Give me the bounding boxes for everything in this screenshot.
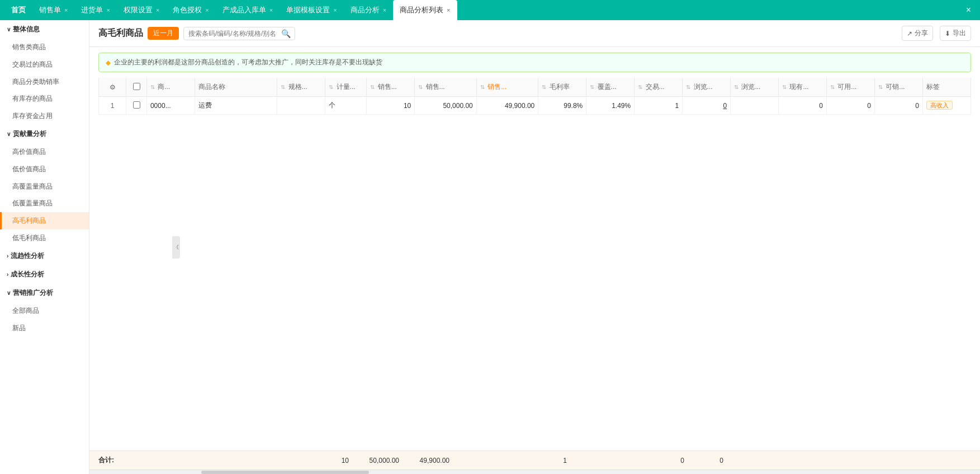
arrow-contribution: ∨ — [7, 131, 11, 137]
nav-close-analysis-list[interactable]: × — [447, 7, 450, 13]
alert-banner: ◆ 企业的主要的利润都是这部分商品创造的，可考虑加大推广，同时关注库存是不要出现… — [98, 53, 971, 72]
col-stock-saleable[interactable]: ⇅ 可销... — [874, 78, 922, 97]
cell-stock-current: 0 — [779, 97, 827, 115]
footer-sales-cost: 49,900.00 — [406, 457, 456, 464]
nav-item-analysis-list[interactable]: 商品分析列表 × — [393, 0, 457, 20]
nav-close-permission[interactable]: × — [156, 7, 159, 13]
sort-icon-stock-saleable: ⇅ — [878, 84, 883, 90]
select-all-checkbox[interactable] — [133, 83, 140, 90]
share-button[interactable]: ↗ 分享 — [902, 26, 933, 41]
sidebar-item-low-value[interactable]: 低价值商品 — [0, 161, 89, 178]
cell-views2 — [731, 97, 779, 115]
col-spec[interactable]: ⇅ 规格... — [277, 78, 325, 97]
footer-empty1 — [456, 457, 534, 464]
scrollbar-thumb[interactable] — [201, 471, 369, 474]
sort-icon-code: ⇅ — [150, 84, 155, 90]
cell-index: 1 — [99, 97, 126, 115]
sidebar-item-low-margin[interactable]: 低毛利商品 — [0, 229, 89, 247]
footer-values: 10 50,000.00 49,900.00 1 0 0 — [199, 457, 730, 464]
arrow-growth: › — [7, 271, 8, 278]
footer-transactions: 1 — [534, 457, 574, 464]
nav-item-purchase[interactable]: 进货单 × — [74, 0, 116, 20]
col-sales-cost[interactable]: ⇅ 销售... — [476, 78, 538, 97]
content-area: 《 高毛利商品 近一月 🔍 ↗ 分享 ⬇ 导出 ◆ — [89, 20, 980, 474]
cell-stock-available: 0 — [827, 97, 875, 115]
col-code[interactable]: ⇅ 商... — [146, 78, 195, 97]
horizontal-scrollbar[interactable] — [89, 470, 980, 474]
sort-icon-stock-available: ⇅ — [830, 84, 835, 90]
top-navigation: 首页 销售单 × 进货单 × 权限设置 × 角色授权 × 产成品入库单 × 单据… — [0, 0, 980, 20]
sidebar-item-category-sales-rate[interactable]: 商品分类助销率 — [0, 73, 89, 91]
sidebar-section-overall[interactable]: ∨ 整体信息 — [0, 20, 89, 39]
nav-item-permission[interactable]: 权限设置 × — [117, 0, 166, 20]
sidebar-item-new-goods[interactable]: 新品 — [0, 320, 89, 337]
col-unit[interactable]: ⇅ 计量... — [325, 78, 367, 97]
nav-close-sales[interactable]: × — [64, 7, 68, 13]
data-table: ⚙ ⇅ 商... 商品名称 ⇅ — [98, 78, 971, 115]
cell-stock-saleable: 0 — [874, 97, 922, 115]
cell-tag: 高收入 — [922, 97, 970, 115]
export-button[interactable]: ⬇ 导出 — [940, 26, 971, 41]
sidebar-section-trend[interactable]: › 流趋性分析 — [0, 247, 89, 265]
col-sales-qty[interactable]: ⇅ 销售... — [367, 78, 415, 97]
cell-spec — [277, 97, 325, 115]
col-views2[interactable]: ⇅ 浏览... — [731, 78, 779, 97]
nav-close-all[interactable]: × — [962, 5, 976, 15]
nav-close-purchase[interactable]: × — [106, 7, 110, 13]
col-settings[interactable]: ⚙ — [99, 78, 126, 97]
footer-sales-amount: 50,000.00 — [356, 457, 406, 464]
sort-icon-views2: ⇅ — [734, 84, 738, 90]
content-header: 高毛利商品 近一月 🔍 ↗ 分享 ⬇ 导出 — [89, 20, 980, 47]
sort-icon-transactions: ⇅ — [638, 84, 642, 90]
sort-icon-stock-current: ⇅ — [782, 84, 787, 90]
col-views1[interactable]: ⇅ 浏览... — [683, 78, 731, 97]
sidebar-item-sales-goods[interactable]: 销售类商品 — [0, 39, 89, 56]
col-sales-amount[interactable]: ⇅ 销售... — [415, 78, 477, 97]
nav-item-home[interactable]: 首页 — [4, 0, 32, 20]
cell-sales-qty: 10 — [367, 97, 415, 115]
sidebar-item-high-coverage[interactable]: 高覆盖量商品 — [0, 178, 89, 195]
sort-icon-sales-qty: ⇅ — [370, 84, 375, 90]
nav-item-production[interactable]: 产成品入库单 × — [216, 0, 280, 20]
search-input[interactable] — [183, 27, 295, 40]
nav-close-template[interactable]: × — [333, 7, 337, 13]
cell-code: 0000... — [146, 97, 195, 115]
col-stock-available[interactable]: ⇅ 可用... — [827, 78, 875, 97]
settings-icon[interactable]: ⚙ — [110, 83, 116, 91]
sort-icon-unit: ⇅ — [329, 84, 333, 90]
nav-close-analysis[interactable]: × — [383, 7, 386, 13]
sidebar-item-high-value[interactable]: 高价值商品 — [0, 143, 89, 161]
sort-icon-views1: ⇅ — [686, 84, 690, 90]
col-checkbox — [126, 78, 147, 97]
cell-views1[interactable]: 0 — [683, 97, 731, 115]
sidebar-collapse-button[interactable]: 《 — [172, 236, 180, 259]
col-gross-margin[interactable]: ⇅ 毛利率 — [538, 78, 586, 97]
nav-item-role[interactable]: 角色授权 × — [166, 0, 215, 20]
export-icon: ⬇ — [945, 30, 950, 37]
col-stock-current[interactable]: ⇅ 现有... — [779, 78, 827, 97]
sidebar-item-all-goods[interactable]: 全部商品 — [0, 302, 89, 320]
col-coverage[interactable]: ⇅ 覆盖... — [586, 78, 635, 97]
cell-sales-amount: 50,000.00 — [415, 97, 477, 115]
sidebar-section-marketing[interactable]: ∨ 营销推广分析 — [0, 284, 89, 302]
sidebar-item-high-margin[interactable]: 高毛利商品 — [0, 212, 89, 229]
nav-item-sales[interactable]: 销售单 × — [32, 0, 74, 20]
sort-icon-coverage: ⇅ — [590, 84, 594, 90]
cell-transactions: 1 — [635, 97, 683, 115]
sidebar-item-stock-capital[interactable]: 库存资金占用 — [0, 107, 89, 125]
nav-close-production[interactable]: × — [269, 7, 273, 13]
sidebar-item-low-coverage[interactable]: 低覆盖量商品 — [0, 195, 89, 212]
sidebar-item-stocked-goods[interactable]: 有库存的商品 — [0, 90, 89, 107]
col-transactions[interactable]: ⇅ 交易... — [635, 78, 683, 97]
sidebar-section-growth[interactable]: › 成长性分析 — [0, 265, 89, 284]
sidebar-item-traded-goods[interactable]: 交易过的商品 — [0, 56, 89, 73]
row-checkbox[interactable] — [133, 101, 140, 109]
col-tag: 标签 — [922, 78, 970, 97]
cell-sales-cost: 49,900.00 — [476, 97, 538, 115]
nav-item-template[interactable]: 单据模板设置 × — [280, 0, 343, 20]
search-icon[interactable]: 🔍 — [281, 29, 291, 38]
sidebar-section-contribution[interactable]: ∨ 贡献量分析 — [0, 125, 89, 143]
time-filter-button[interactable]: 近一月 — [148, 27, 179, 40]
nav-item-analysis[interactable]: 商品分析 × — [344, 0, 393, 20]
nav-close-role[interactable]: × — [205, 7, 209, 13]
